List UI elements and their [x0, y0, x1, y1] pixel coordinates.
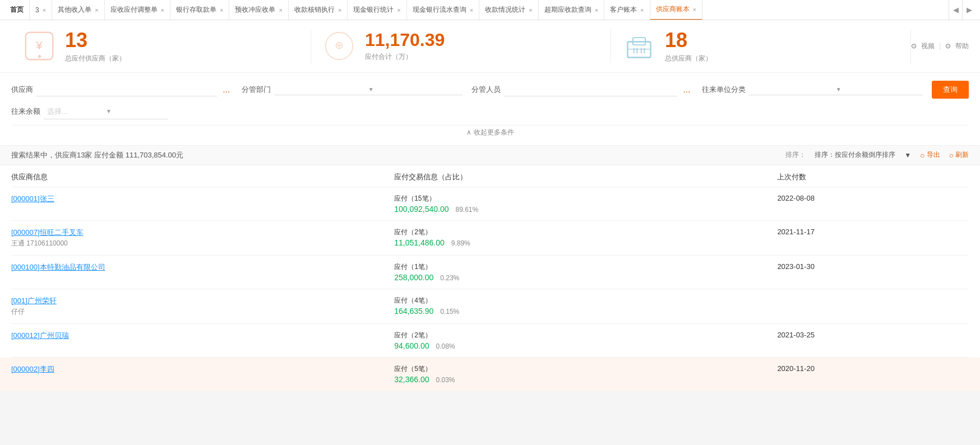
close-icon[interactable]: ×: [397, 7, 400, 13]
filter-row-1: 供应商 ... 分管部门 ▼ 分管人员 ... 往来单位分类: [11, 81, 969, 99]
refresh-button[interactable]: ○ 刷新: [949, 150, 969, 160]
help-icon: ⊙: [945, 42, 951, 50]
nav-tab-customer-ledger[interactable]: 客户账本×: [604, 0, 650, 20]
stat-number-payable: 13: [65, 29, 299, 52]
nav-tab-prepay-ar[interactable]: 预收冲应收单×: [229, 0, 288, 20]
last-pay-cell-2: 2023-01-30: [777, 262, 969, 271]
nav-tab-supplier-ledger[interactable]: 供应商账本×: [650, 0, 702, 20]
unit-chevron-icon: ▼: [836, 86, 919, 92]
tx-amount-2[interactable]: 258,000.00: [394, 273, 433, 282]
svg-text:◆: ◆: [38, 53, 41, 59]
tx-label-1: 应付（2笔）: [394, 228, 777, 237]
tx-percent-1: 9.89%: [451, 239, 470, 247]
supplier-input[interactable]: [36, 83, 217, 96]
close-icon[interactable]: ×: [95, 7, 98, 13]
tx-cell-0: 应付（15笔）100,092,540.0089.61%: [394, 194, 777, 214]
table-row: [000007]恒旺二手叉车王通 17106110000应付（2笔）11,051…: [11, 221, 969, 256]
stat-content-3: 18 总供应商（家）: [665, 29, 899, 63]
tx-cell-1: 应付（2笔）11,051,486.009.89%: [394, 228, 777, 247]
col-header-supplier: 供应商信息: [11, 172, 394, 182]
video-link[interactable]: 视频: [921, 41, 935, 51]
nav-tab-receipt-stat[interactable]: 收款情况统计×: [479, 0, 538, 20]
nav-tab-ar-ap-adjust[interactable]: 应收应付调整单×: [105, 0, 170, 20]
stat-content-2: 11,170.39 应付合计（万）: [365, 30, 599, 62]
supplier-link-5[interactable]: [000002]李四: [11, 365, 54, 373]
nav-tab-tab3[interactable]: 3×: [30, 0, 52, 20]
tx-amount-3[interactable]: 164,635.90: [394, 307, 433, 316]
person-input[interactable]: [504, 83, 677, 96]
tx-row-3: 164,635.900.15%: [394, 307, 777, 316]
tx-amount-5[interactable]: 32,366.00: [394, 375, 429, 384]
person-dots[interactable]: ...: [681, 85, 692, 95]
table-row: [000012]广州贝瑞应付（2笔）94,600.000.08%2021-03-…: [11, 324, 969, 358]
tx-row-2: 258,000.000.23%: [394, 273, 777, 282]
supplier-dots[interactable]: ...: [220, 85, 232, 95]
top-nav: 首页3×其他收入单×应收应付调整单×银行存取款单×预收冲应收单×收款核销执行×现…: [0, 0, 980, 20]
close-icon[interactable]: ×: [338, 7, 341, 13]
balance-select[interactable]: 选择... ▼: [44, 104, 168, 119]
stat-label-payable: 总应付供应商（家）: [65, 54, 299, 63]
table-row: [001]广州荣轩仔仔应付（4笔）164,635.900.15%: [11, 289, 969, 324]
close-icon[interactable]: ×: [640, 7, 644, 13]
close-icon[interactable]: ×: [220, 7, 223, 13]
tx-amount-0[interactable]: 100,092,540.00: [394, 205, 449, 214]
close-icon[interactable]: ×: [279, 7, 282, 13]
sort-value[interactable]: 排序：按应付余额倒序排序: [815, 150, 895, 160]
tx-label-2: 应付（1笔）: [394, 262, 777, 272]
last-pay-date-2: 2023-01-30: [777, 262, 815, 271]
dept-select[interactable]: ▼: [274, 84, 463, 95]
supplier-link-0[interactable]: [000001]张三: [11, 194, 54, 203]
close-icon[interactable]: ×: [595, 7, 598, 13]
refresh-icon: ○: [949, 151, 954, 160]
refresh-label: 刷新: [955, 150, 969, 160]
supplier-link-4[interactable]: [000012]广州贝瑞: [11, 331, 69, 340]
nav-tab-cash-bank-flow[interactable]: 现金银行流水查询×: [407, 0, 479, 20]
last-pay-cell-0: 2022-08-08: [777, 194, 969, 202]
close-icon[interactable]: ×: [693, 6, 696, 13]
collapse-button[interactable]: ∧ 收起更多条件: [11, 125, 969, 140]
supplier-link-3[interactable]: [001]广州荣轩: [11, 296, 57, 305]
stat-label-total: 应付合计（万）: [365, 52, 599, 62]
last-pay-date-0: 2022-08-08: [777, 194, 815, 202]
supplier-link-2[interactable]: [000100]本特勤油品有限公司: [11, 263, 105, 271]
table-body: [000001]张三应付（15笔）100,092,540.0089.61%202…: [11, 187, 969, 391]
dept-chevron-icon: ▼: [368, 86, 459, 92]
supplier-link-1[interactable]: [000007]恒旺二手叉车: [11, 228, 84, 237]
close-icon[interactable]: ×: [470, 7, 473, 13]
supplier-cell-0: [000001]张三: [11, 194, 394, 204]
stat-label-all: 总供应商（家）: [665, 54, 899, 63]
tx-amount-1[interactable]: 11,051,486.00: [394, 238, 445, 247]
filter-row-2: 往来余额 选择... ▼: [11, 104, 168, 119]
close-icon[interactable]: ×: [161, 7, 164, 13]
tx-label-4: 应付（2笔）: [394, 331, 777, 340]
nav-tab-receipt-verify[interactable]: 收款核销执行×: [289, 0, 348, 20]
balance-filter-label: 往来余额: [11, 106, 40, 117]
nav-tab-home[interactable]: 首页: [4, 0, 30, 20]
supplier-filter-label: 供应商: [11, 85, 33, 95]
tx-amount-4[interactable]: 94,600.00: [394, 341, 429, 350]
tx-cell-3: 应付（4笔）164,635.900.15%: [394, 296, 777, 316]
last-pay-date-1: 2021-11-17: [777, 228, 815, 236]
close-icon[interactable]: ×: [43, 7, 46, 13]
tx-label-5: 应付（5笔）: [394, 364, 777, 374]
export-button[interactable]: ○ 导出: [920, 150, 940, 160]
tx-cell-4: 应付（2笔）94,600.000.08%: [394, 331, 777, 350]
nav-arrow-right[interactable]: ▶: [962, 0, 976, 20]
search-button[interactable]: 查询: [932, 81, 969, 99]
tx-percent-0: 89.61%: [456, 206, 479, 214]
stats-bar: ¥ ◆ 13 总应付供应商（家） ⊕ 11,170.39 应付合计（万）: [0, 20, 980, 73]
nav-tab-cash-bank-stat[interactable]: 现金银行统计×: [348, 0, 406, 20]
tx-percent-4: 0.08%: [436, 342, 455, 350]
unit-select[interactable]: ▼: [749, 84, 923, 95]
help-link[interactable]: 帮助: [955, 41, 969, 51]
nav-tab-other-income[interactable]: 其他收入单×: [52, 0, 104, 20]
nav-tab-bank-deposit[interactable]: 银行存取款单×: [170, 0, 229, 20]
close-icon[interactable]: ×: [529, 7, 532, 13]
export-label: 导出: [927, 150, 940, 160]
table-row: [000100]本特勤油品有限公司应付（1笔）258,000.000.23%20…: [11, 256, 969, 289]
stat-all-suppliers: 18 总供应商（家）: [611, 29, 911, 63]
nav-arrow-left[interactable]: ◀: [949, 0, 962, 20]
last-pay-date-4: 2021-03-25: [777, 331, 815, 339]
table-row: [000002]李四应付（5笔）32,366.000.03%2020-11-20: [0, 358, 980, 391]
nav-tab-overdue-ar[interactable]: 超期应收款查询×: [539, 0, 604, 20]
